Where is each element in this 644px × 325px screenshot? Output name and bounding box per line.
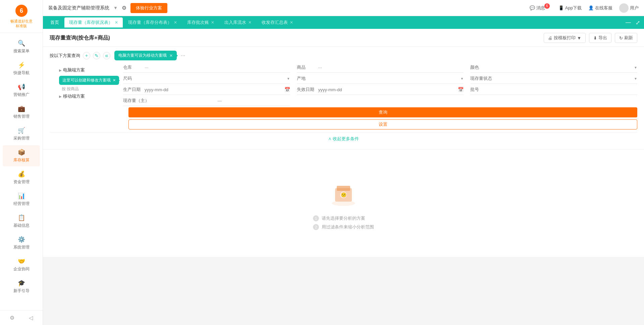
- tab-close-icon[interactable]: ✕: [248, 20, 252, 25]
- batch-label: 批号: [470, 87, 490, 93]
- tip-text-1: 请先选择要分析的方案: [322, 215, 365, 221]
- finance-icon: 💰: [18, 170, 25, 178]
- tab-summary[interactable]: 收发存汇总表 ✕: [257, 17, 298, 28]
- print-button[interactable]: 🖨 按模板打印 ▼: [544, 33, 586, 43]
- field-size: 尺码 ▼: [123, 75, 290, 84]
- tooltip-close-icon[interactable]: ✕: [169, 53, 173, 58]
- edit-tooltip-close-icon[interactable]: ✕: [113, 78, 116, 83]
- sidebar-item-label: 经营管理: [13, 201, 30, 207]
- page-actions: 🖨 按模板打印 ▼ ⬇ 导出 ↻ 刷新: [544, 33, 637, 43]
- tab-inventory-dist[interactable]: 现存量（库存分布表） ✕: [123, 17, 182, 28]
- sidebar-menu: 🔍 搜索菜单 ⚡ 快捷导航 📢 营销推广 💼 销售管理 🛒 采购管理 📦 库存核…: [0, 33, 43, 310]
- filter-fields-area: 仓库 ··· 商品 ··· 颜色 ▼: [123, 64, 637, 129]
- size-label: 尺码: [123, 75, 143, 82]
- tab-close-icon[interactable]: ✕: [115, 20, 118, 25]
- field-stock-status: 现存量状态 ▼: [470, 75, 637, 84]
- color-input[interactable]: [490, 65, 634, 70]
- sidebar-bottom: ⚙ ◁: [0, 310, 43, 325]
- color-arrow-icon: ▼: [634, 66, 637, 69]
- print-label: 按模板打印: [554, 35, 576, 41]
- empty-state: 😕 1 请先选择要分析的方案 2 用过滤条件来缩小分析范围: [43, 150, 644, 257]
- size-input[interactable]: [143, 76, 287, 81]
- stock-main-input-from[interactable]: [149, 98, 216, 103]
- refresh-button[interactable]: ↻ 刷新: [615, 33, 637, 43]
- field-origin: 产地 ▼: [297, 75, 464, 84]
- sidebar-logo: 6 畅通道好生意 标准版: [0, 0, 43, 33]
- prod-date-calendar-icon[interactable]: 📅: [284, 87, 290, 92]
- prod-date-input[interactable]: [143, 87, 284, 92]
- app-download-item[interactable]: 📱 App下载: [558, 5, 582, 11]
- sales-icon: 💼: [18, 105, 25, 112]
- export-icon: ⬇: [593, 36, 597, 41]
- tab-close-icon[interactable]: ✕: [211, 20, 214, 25]
- sidebar-item-management[interactable]: 📊 经营管理: [3, 189, 40, 210]
- sidebar-item-label: 系统管理: [13, 245, 30, 250]
- tab-minimize-icon[interactable]: —: [624, 18, 632, 27]
- batch-input[interactable]: [490, 87, 637, 92]
- sidebar-item-newuser[interactable]: 🎓 新手引导: [3, 276, 40, 297]
- message-item[interactable]: 💬 消息 6: [530, 5, 552, 11]
- field-prod-date: 生产日期 📅: [123, 87, 290, 95]
- edit-tooltip-text: 这里可以创建和修改方案哦: [62, 77, 111, 83]
- goods-dots: ···: [317, 65, 324, 70]
- sidebar-item-sales[interactable]: 💼 销售管理: [3, 102, 40, 123]
- collapse-sidebar-icon[interactable]: ◁: [29, 315, 33, 321]
- tree-mobile-label: 移动端方案: [63, 93, 85, 99]
- expire-date-calendar-icon[interactable]: 📅: [458, 87, 464, 92]
- expire-date-input[interactable]: [317, 87, 458, 92]
- search-buttons: 查询 设置: [128, 107, 637, 129]
- sidebar-item-search[interactable]: 🔍 搜索菜单: [3, 36, 40, 57]
- tab-inventory-status[interactable]: 现存量（库存状况表） ✕: [64, 17, 123, 28]
- tree-item-mobile[interactable]: ▶ 移动端方案: [56, 92, 119, 101]
- tip-text-2: 用过滤条件来缩小分析范围: [322, 224, 374, 230]
- origin-input[interactable]: [317, 76, 461, 81]
- sidebar-item-finance[interactable]: 💰 资金管理: [3, 167, 40, 188]
- tab-label: 首页: [50, 19, 59, 25]
- tab-label: 库存批次账: [187, 19, 209, 25]
- origin-arrow-icon: ▼: [460, 77, 464, 80]
- add-scheme-button[interactable]: ＋: [83, 52, 90, 59]
- edit-scheme-button[interactable]: ✎: [93, 52, 100, 59]
- field-goods: 商品 ···: [297, 64, 464, 73]
- sidebar-item-quicknav[interactable]: ⚡ 快捷导航: [3, 58, 40, 79]
- tree-item-desktop[interactable]: ▶ 电脑端方案: [56, 66, 119, 74]
- reset-button[interactable]: 设置: [128, 119, 637, 129]
- more-options-icon[interactable]: ···: [179, 53, 186, 59]
- service-icon: 👤: [588, 5, 594, 10]
- stock-status-arrow-icon: ▼: [634, 77, 637, 80]
- print-icon: 🖨: [548, 36, 552, 41]
- back-scheme-button[interactable]: «: [103, 52, 110, 59]
- sidebar-item-label: 快捷导航: [13, 70, 30, 76]
- sidebar-item-basic[interactable]: 📋 基础信息: [3, 211, 40, 232]
- trial-button[interactable]: 体验行业方案: [130, 3, 167, 13]
- export-button[interactable]: ⬇ 导出: [589, 33, 611, 43]
- sidebar-item-marketing[interactable]: 📢 营销推广: [3, 80, 40, 101]
- refresh-icon: ↻: [619, 36, 623, 41]
- collapse-more[interactable]: ∧ 收起更多条件: [50, 132, 637, 145]
- edit-scheme-tooltip: 这里可以创建和修改方案哦 ✕: [59, 76, 119, 85]
- settings-icon[interactable]: ⚙: [10, 315, 14, 321]
- tab-close-icon[interactable]: ✕: [174, 20, 177, 25]
- user-item[interactable]: 用户: [619, 3, 639, 13]
- user-avatar: [619, 3, 629, 13]
- tip-num-2: 2: [313, 224, 319, 230]
- tab-inout-flow[interactable]: 出入库流水 ✕: [220, 17, 256, 28]
- sidebar-item-enterprise[interactable]: 🤝 企业协同: [3, 254, 40, 275]
- online-service-item[interactable]: 👤 在线客服: [588, 5, 612, 11]
- sidebar-item-purchase[interactable]: 🛒 采购管理: [3, 123, 40, 145]
- stock-status-input[interactable]: [492, 76, 634, 81]
- tab-batch-ledger[interactable]: 库存批次账 ✕: [182, 17, 219, 28]
- tab-expand-icon[interactable]: ⤢: [634, 18, 641, 27]
- refresh-label: 刷新: [624, 35, 633, 41]
- tab-close-icon[interactable]: ✕: [290, 20, 293, 25]
- stock-main-input-to[interactable]: [223, 98, 290, 103]
- warehouse-label: 仓库: [123, 64, 143, 70]
- tab-home[interactable]: 首页: [46, 17, 64, 28]
- page-title: 现存量查询(按仓库+商品): [50, 35, 110, 42]
- search-button[interactable]: 查询: [128, 107, 637, 117]
- settings-gear-icon[interactable]: ⚙: [122, 5, 126, 11]
- sidebar-item-inventory[interactable]: 📦 库存核算: [3, 145, 40, 166]
- sidebar-item-system[interactable]: ⚙️ 系统管理: [3, 232, 40, 254]
- system-dropdown-icon[interactable]: ▼: [113, 5, 118, 10]
- tab-label: 现存量（库存状况表）: [69, 19, 113, 25]
